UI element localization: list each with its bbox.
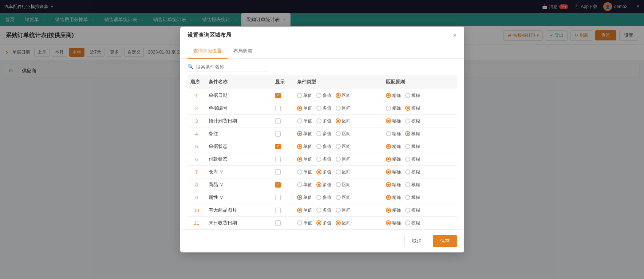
type-single-radio[interactable]: 单值	[297, 156, 312, 162]
row-show-checkbox[interactable]	[275, 144, 281, 149]
match-fuzzy-radio[interactable]: 模糊	[405, 118, 420, 124]
type-multi-circle[interactable]	[316, 118, 321, 123]
type-multi-radio[interactable]: 多值	[316, 169, 331, 175]
type-range-circle[interactable]	[336, 157, 341, 162]
type-range-radio[interactable]: 区间	[336, 207, 351, 213]
match-exact-circle[interactable]	[386, 169, 391, 174]
type-range-circle[interactable]	[336, 118, 341, 123]
match-exact-radio[interactable]: 精确	[386, 156, 401, 162]
row-show-checkbox[interactable]	[275, 220, 281, 226]
row-show-cell[interactable]	[272, 127, 295, 140]
row-show-cell[interactable]	[272, 166, 295, 178]
type-multi-radio[interactable]: 多值	[316, 131, 331, 137]
match-fuzzy-radio[interactable]: 模糊	[405, 156, 420, 162]
match-fuzzy-radio[interactable]: 模糊	[405, 169, 420, 175]
match-exact-radio[interactable]: 精确	[386, 118, 401, 124]
type-single-radio[interactable]: 单值	[297, 169, 312, 175]
match-exact-circle[interactable]	[386, 220, 391, 225]
match-exact-radio[interactable]: 精确	[386, 207, 401, 213]
type-single-radio[interactable]: 单值	[297, 220, 312, 226]
type-range-circle[interactable]	[336, 144, 341, 149]
type-range-circle[interactable]	[336, 195, 341, 200]
match-exact-radio[interactable]: 精确	[386, 194, 401, 201]
type-single-circle[interactable]	[297, 157, 302, 162]
type-range-circle[interactable]	[336, 208, 341, 213]
type-single-radio[interactable]: 单值	[297, 105, 312, 111]
match-exact-circle[interactable]	[386, 182, 391, 187]
type-multi-circle[interactable]	[316, 220, 321, 225]
match-exact-radio[interactable]: 精确	[386, 169, 401, 175]
row-show-cell[interactable]	[272, 153, 295, 166]
match-exact-radio[interactable]: 精确	[386, 144, 401, 150]
type-range-radio[interactable]: 区间	[336, 144, 351, 150]
row-show-cell[interactable]	[272, 115, 295, 127]
type-multi-circle[interactable]	[316, 93, 321, 98]
type-single-circle[interactable]	[297, 118, 302, 123]
type-single-circle[interactable]	[297, 169, 302, 174]
match-exact-radio[interactable]: 精确	[386, 105, 401, 111]
match-fuzzy-circle[interactable]	[405, 118, 410, 123]
match-exact-radio[interactable]: 精确	[386, 220, 401, 226]
row-show-cell[interactable]	[272, 89, 295, 102]
row-show-cell[interactable]	[272, 191, 295, 204]
match-fuzzy-circle[interactable]	[405, 106, 410, 111]
type-single-circle[interactable]	[297, 144, 302, 149]
type-multi-radio[interactable]: 多值	[316, 156, 331, 162]
type-multi-radio[interactable]: 多值	[316, 105, 331, 111]
type-multi-radio[interactable]: 多值	[316, 182, 331, 188]
type-multi-circle[interactable]	[316, 131, 321, 136]
type-single-radio[interactable]: 单值	[297, 144, 312, 150]
type-multi-circle[interactable]	[316, 144, 321, 149]
type-range-circle[interactable]	[336, 106, 341, 111]
search-input[interactable]	[196, 64, 261, 70]
row-show-checkbox[interactable]	[275, 169, 281, 175]
type-single-circle[interactable]	[297, 106, 302, 111]
row-show-checkbox[interactable]	[275, 182, 281, 188]
match-exact-radio[interactable]: 精确	[386, 131, 401, 137]
match-exact-circle[interactable]	[386, 106, 391, 111]
match-exact-circle[interactable]	[386, 131, 391, 136]
modal-tab-query-fields[interactable]: 查询字段设置	[187, 44, 228, 59]
type-multi-circle[interactable]	[316, 208, 321, 213]
type-range-circle[interactable]	[336, 169, 341, 174]
cancel-button[interactable]: 取消	[404, 235, 429, 247]
match-fuzzy-circle[interactable]	[405, 144, 410, 149]
row-show-cell[interactable]	[272, 204, 295, 217]
type-range-radio[interactable]: 区间	[336, 118, 351, 124]
modal-close-button[interactable]: ×	[453, 32, 457, 39]
type-multi-circle[interactable]	[316, 182, 321, 187]
row-show-cell[interactable]	[272, 102, 295, 115]
type-multi-radio[interactable]: 多值	[316, 194, 331, 201]
type-single-radio[interactable]: 单值	[297, 93, 312, 99]
row-show-checkbox[interactable]	[275, 118, 281, 124]
match-fuzzy-radio[interactable]: 模糊	[405, 105, 420, 111]
match-fuzzy-radio[interactable]: 模糊	[405, 182, 420, 188]
type-multi-radio[interactable]: 多值	[316, 220, 331, 226]
row-show-checkbox[interactable]	[275, 131, 281, 137]
type-range-radio[interactable]: 区间	[336, 182, 351, 188]
row-show-checkbox[interactable]	[275, 157, 281, 162]
type-range-radio[interactable]: 区间	[336, 194, 351, 201]
type-multi-radio[interactable]: 多值	[316, 207, 331, 213]
match-fuzzy-radio[interactable]: 模糊	[405, 220, 420, 226]
match-fuzzy-radio[interactable]: 模糊	[405, 131, 420, 137]
type-multi-circle[interactable]	[316, 157, 321, 162]
type-single-circle[interactable]	[297, 208, 302, 213]
type-multi-radio[interactable]: 多值	[316, 144, 331, 150]
row-show-checkbox[interactable]	[275, 93, 281, 98]
type-range-circle[interactable]	[336, 182, 341, 187]
match-exact-radio[interactable]: 精确	[386, 93, 401, 99]
type-range-circle[interactable]	[336, 131, 341, 136]
row-show-checkbox[interactable]	[275, 106, 281, 111]
type-range-radio[interactable]: 区间	[336, 220, 351, 226]
match-exact-circle[interactable]	[386, 195, 391, 200]
type-range-circle[interactable]	[336, 93, 341, 98]
modal-tab-layout[interactable]: 布局调整	[228, 44, 258, 59]
match-exact-circle[interactable]	[386, 208, 391, 213]
type-multi-radio[interactable]: 多值	[316, 93, 331, 99]
type-multi-circle[interactable]	[316, 106, 321, 111]
match-fuzzy-radio[interactable]: 模糊	[405, 144, 420, 150]
type-single-radio[interactable]: 单值	[297, 207, 312, 213]
match-fuzzy-circle[interactable]	[405, 220, 410, 225]
type-multi-circle[interactable]	[316, 195, 321, 200]
